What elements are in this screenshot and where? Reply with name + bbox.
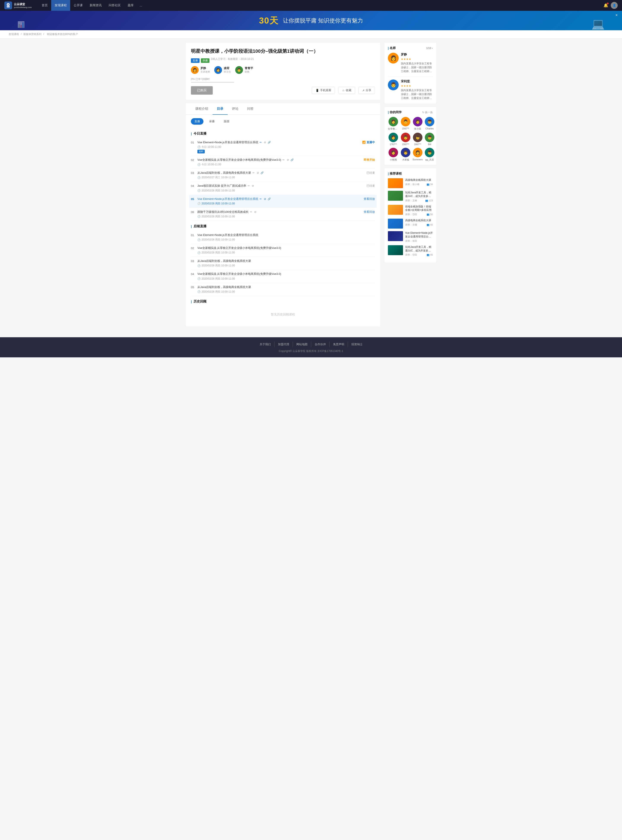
copy-icon-2[interactable]: ⊘	[286, 158, 290, 162]
ended-status-3: 已结束	[366, 171, 375, 175]
future-lesson-1: 01 Vue Element+Node.js开发企业通用管理后台系统 🕐 202…	[191, 231, 375, 244]
tab-catalog[interactable]: 目录	[212, 103, 228, 114]
classmate-10[interactable]: 👩 Summers	[413, 148, 423, 161]
collect-button[interactable]: ☆ 收藏	[338, 87, 355, 94]
logo-domain: yunduoketang.com	[14, 6, 32, 8]
footer-link-jobs[interactable]: 招资纳士	[348, 342, 366, 347]
link-icon-1[interactable]: 🔗	[267, 141, 271, 144]
classmate-6[interactable]: 👦 1867**	[413, 133, 423, 146]
footer-link-partner[interactable]: 合作伙伴	[311, 342, 329, 347]
classmate-5[interactable]: 👨 1567**	[401, 133, 410, 146]
footer-link-disclaimer[interactable]: 免责声明	[329, 342, 348, 347]
rec-meta-4: 讲师：张田	[405, 240, 433, 243]
future-num-4: 04	[191, 272, 197, 276]
breadcrumb-link-series[interactable]: 新媒体营销系列	[23, 33, 41, 36]
copy-icon-1[interactable]: ⊘	[263, 141, 267, 144]
mobile-view-button[interactable]: 📱 手机观看	[312, 87, 335, 94]
lesson-info-2: Vue全家桶实战 从零独立开发企业级小米电商系统(免费升级Vue3.0) ✏ ⊘…	[197, 158, 360, 166]
navbar: 云 云朵课堂 yunduoketang.com 首页 发现课程 公开课 新闻资讯…	[0, 0, 622, 11]
rec-teacher-0: 讲师：张小锋	[405, 183, 419, 186]
rec-teacher-3: 讲师：冷珊	[405, 223, 417, 226]
classmate-name-11: qq_天涯	[425, 158, 434, 161]
footer-link-agent[interactable]: 加盟代理	[274, 342, 293, 347]
sidebar-teacher-desc-1: 国内某重点大学安全工程专业硕士，国家一级注册消防工程师、注册安全工程师、级注册建…	[401, 89, 433, 100]
rec-item-4[interactable]: Vue Element+Node.js开发企业通用管理后台系统 讲师：张田	[388, 231, 433, 243]
lesson-name-3: 从Java后端到全栈，高级电商全栈系统大课 ✏ ⊘ 🔗	[197, 171, 363, 175]
notification-bell[interactable]: 🔔	[604, 3, 608, 8]
link-icon-2[interactable]: 🔗	[291, 158, 294, 162]
sub-tab-replay[interactable]: 录播	[206, 118, 218, 125]
copy-icon-5[interactable]: ⊘	[263, 197, 267, 201]
lesson-item-today-4: 04 Java项目面试实操 提升大厂面试成功率 ✏ ⊘ 🕐 2020/02/26…	[191, 182, 375, 195]
banner-highlight: 30天	[259, 15, 279, 27]
footer-link-sitemap[interactable]: 网站地图	[293, 342, 311, 347]
classmate-8[interactable]: 👩 小熊熊	[388, 148, 399, 161]
link-icon-5[interactable]: 🔗	[267, 197, 271, 201]
future-num-1: 01	[191, 233, 197, 237]
nav-item-news[interactable]: 新闻资讯	[86, 0, 105, 11]
rec-count-1: 👥 123	[425, 199, 433, 202]
nav-item-home[interactable]: 首页	[38, 0, 51, 11]
copy-icon-6[interactable]: ⊘	[253, 210, 257, 214]
replay-status-6[interactable]: 查看回放	[364, 210, 375, 214]
footer-link-about[interactable]: 关于我们	[256, 342, 274, 347]
replay-status-5[interactable]: 查看回放	[364, 197, 375, 201]
section-history: 历史回顾	[191, 299, 375, 304]
rec-item-2[interactable]: 前端全栈加强版！前端全栈+全周期+多组应用 讲师：岱田 👥 56	[388, 205, 433, 216]
rec-item-0[interactable]: 高级电商全栈系统大课 讲师：张小锋 👥 34	[388, 178, 433, 188]
banner-close-btn[interactable]: ×	[615, 13, 618, 17]
nav-item-qa[interactable]: 问答社区	[105, 0, 124, 11]
nav-item-discover[interactable]: 发现课程	[51, 0, 70, 11]
tab-comments[interactable]: 评论	[228, 103, 243, 114]
classmate-2[interactable]: 👩 张小田	[413, 117, 423, 130]
live-bar-icon: 📶	[362, 141, 366, 144]
rec-item-3[interactable]: 高级电商全栈系统大课 讲师：冷珊 👥 40	[388, 218, 433, 229]
classmate-11[interactable]: 👦 qq_天涯	[425, 148, 434, 161]
nav-more-btn[interactable]: ...	[137, 0, 145, 11]
edit-icon-5[interactable]: ✏	[259, 197, 262, 201]
refresh-classmates-btn[interactable]: ↻ 换一换	[422, 111, 433, 114]
tab-qa[interactable]: 问答	[243, 103, 258, 114]
nav-item-problems[interactable]: 题库	[124, 0, 137, 11]
edit-icon-2[interactable]: ✏	[282, 158, 285, 162]
future-info-4: Vue全家桶实战 从零独立开发企业级小米电商系统(免费升级Vue3.0) 🕐 2…	[197, 272, 375, 280]
material-badge-1[interactable]: 资料	[197, 150, 205, 153]
rec-info-1: 玩转Java开发工具，精通JUC，成为开发多面手 讲师：王峰 👥 123	[405, 191, 433, 202]
classmate-3[interactable]: 👦 Charles	[425, 117, 434, 130]
edit-icon-4[interactable]: ✏	[247, 184, 250, 188]
user-avatar[interactable]: 👤	[611, 2, 618, 9]
teacher-info-0: 罗静 主讲老师	[200, 66, 210, 73]
sub-tab-class[interactable]: 面授	[220, 118, 233, 125]
lesson-name-1: Vue Element+Node.js开发企业通用管理后台系统 ✏ ⊘ 🔗	[197, 141, 359, 144]
breadcrumb-link-discover[interactable]: 发现课程	[9, 33, 19, 36]
teacher-info-1: 凌荷 班主任	[224, 66, 231, 73]
future-name-1: Vue Element+Node.js开发企业通用管理后台系统	[197, 233, 375, 237]
share-button[interactable]: ↗ 分享	[358, 87, 375, 94]
classmate-9[interactable]: 👨 大笨狐	[401, 148, 410, 161]
classmate-0[interactable]: 👩 化学教书...	[388, 117, 399, 130]
rec-item-1[interactable]: 玩转Java开发工具，精通JUC，成为开发多面手 讲师：王峰 👥 123	[388, 191, 433, 202]
teachers-nav-text: 1/10 ›	[426, 47, 433, 50]
teacher-avatar-0: 👩	[191, 66, 199, 74]
lesson-num-4: 04	[191, 184, 197, 188]
edit-icon-1[interactable]: ✏	[259, 141, 262, 144]
nav-item-open[interactable]: 公开课	[70, 0, 86, 11]
tab-intro[interactable]: 课程介绍	[191, 103, 212, 114]
rec-meta-3: 讲师：冷珊 👥 40	[405, 223, 433, 226]
rec-item-5[interactable]: 玩转Java开发工具，精通JUC，成为开发多面手 讲师：岱田 👥 46	[388, 245, 433, 257]
classmate-7[interactable]: 👦 Bill	[425, 133, 434, 146]
classmate-1[interactable]: 👨 1567**	[401, 117, 410, 130]
rec-teacher-4: 讲师：张田	[405, 240, 417, 243]
logo[interactable]: 云 云朵课堂 yunduoketang.com	[4, 2, 32, 9]
edit-icon-6[interactable]: ✏	[250, 210, 253, 214]
copy-icon-3[interactable]: ⊘	[256, 171, 259, 175]
sub-tab-live[interactable]: 直播	[191, 118, 203, 125]
copy-icon-4[interactable]: ⊘	[251, 184, 255, 188]
sidebar-teacher-1: 👨 宋利坚 ★★★★ 国内某重点大学安全工程专业硕士，国家一级注册消防工程师、注…	[388, 79, 433, 100]
classmate-4[interactable]: 👩 1767**	[388, 133, 399, 146]
teachers-nav[interactable]: 1/10 ›	[426, 47, 433, 50]
link-icon-3[interactable]: 🔗	[260, 171, 264, 175]
right-column: 名师 1/10 › 👩 罗静 ★★★★ 国内某重点大学安全工程专业硕士，国家一级…	[384, 43, 436, 327]
edit-icon-3[interactable]: ✏	[252, 171, 255, 175]
rec-thumb-0	[388, 178, 403, 188]
